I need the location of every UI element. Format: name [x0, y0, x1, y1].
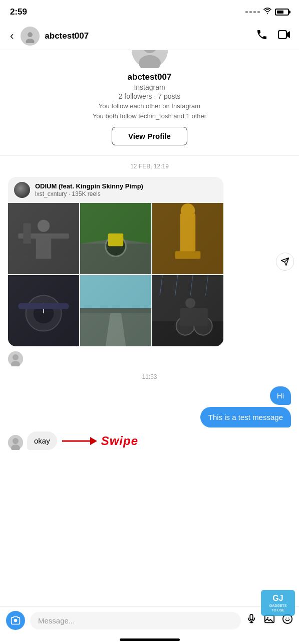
- svg-rect-32: [180, 308, 208, 326]
- header-username[interactable]: abctest007: [45, 31, 256, 41]
- post-info: ODIUM (feat. Kingpin Skinny Pimp) lxst_c…: [35, 182, 217, 198]
- profile-name: abctest007: [128, 72, 172, 82]
- battery-icon: [275, 9, 289, 16]
- post-subtitle: lxst_cxntury · 135K reels: [35, 190, 217, 197]
- status-icons: [245, 8, 289, 17]
- svg-point-51: [267, 617, 268, 618]
- svg-point-39: [13, 354, 19, 360]
- camera-button[interactable]: [6, 611, 25, 630]
- grid-cell-4: [8, 275, 79, 346]
- wifi-icon: [263, 8, 272, 17]
- status-time: 2:59: [10, 7, 27, 17]
- svg-marker-45: [90, 437, 97, 445]
- post-grid: [8, 203, 223, 346]
- message-row-okay: okay: [8, 432, 57, 450]
- profile-avatar-large: [132, 50, 168, 68]
- post-title: ODIUM (feat. Kingpin Skinny Pimp): [35, 182, 217, 191]
- grid-cell-5: [80, 275, 151, 346]
- svg-rect-17: [180, 213, 195, 254]
- swipe-arrow-icon: [62, 435, 97, 447]
- svg-point-1: [28, 32, 33, 37]
- chat-header: ‹ abctest007: [0, 22, 299, 50]
- post-avatar: [14, 182, 30, 198]
- profile-section: abctest007 Instagram 2 followers · 7 pos…: [0, 50, 299, 156]
- message-row-test: This is a test message: [8, 407, 291, 427]
- share-button[interactable]: [276, 253, 294, 271]
- grid-cell-3: [152, 203, 223, 274]
- profile-stats: 2 followers · 7 posts: [119, 92, 181, 100]
- video-icon[interactable]: [278, 29, 291, 43]
- receiver-avatar-post: [8, 351, 23, 366]
- header-avatar: [21, 27, 40, 46]
- watermark: GJ GADGETSTO USE: [261, 590, 295, 616]
- back-button[interactable]: ‹: [8, 28, 16, 45]
- phone-icon[interactable]: [256, 29, 268, 44]
- grid-cell-1: [8, 203, 79, 274]
- view-profile-button[interactable]: View Profile: [112, 127, 187, 145]
- shared-post-row: ODIUM (feat. Kingpin Skinny Pimp) lxst_c…: [8, 174, 291, 349]
- svg-rect-47: [250, 614, 253, 620]
- profile-avatar-crop: [10, 50, 289, 68]
- svg-point-33: [185, 298, 195, 308]
- receiver-avatar-okay: [8, 435, 23, 450]
- svg-point-42: [13, 438, 19, 444]
- header-actions: [256, 29, 291, 44]
- svg-rect-3: [278, 31, 286, 39]
- svg-point-18: [181, 203, 195, 218]
- grid-cell-2: [80, 203, 151, 274]
- status-bar: 2:59: [0, 0, 299, 22]
- svg-rect-15: [108, 234, 123, 246]
- svg-rect-19: [175, 251, 201, 259]
- message-bubble-okay: okay: [27, 432, 57, 450]
- message-bubble-hi: Hi: [270, 386, 291, 405]
- time-separator: 11:53: [8, 366, 291, 384]
- svg-rect-24: [18, 303, 69, 309]
- svg-point-10: [38, 220, 50, 232]
- svg-rect-11: [36, 239, 51, 259]
- svg-rect-27: [80, 308, 151, 313]
- message-input[interactable]: Message...: [30, 612, 241, 629]
- mic-icon[interactable]: [246, 613, 257, 627]
- shared-post-card[interactable]: ODIUM (feat. Kingpin Skinny Pimp) lxst_c…: [8, 177, 223, 346]
- grid-cell-6: [152, 275, 223, 346]
- svg-point-54: [288, 617, 289, 618]
- signal-icon: [245, 11, 260, 13]
- svg-point-53: [285, 617, 286, 618]
- message-bubble-test: This is a test message: [200, 407, 291, 427]
- swipe-label: Swipe: [101, 434, 138, 448]
- shared-post-header: ODIUM (feat. Kingpin Skinny Pimp) lxst_c…: [8, 177, 223, 203]
- svg-rect-25: [80, 275, 151, 311]
- profile-platform: Instagram: [134, 83, 165, 91]
- svg-rect-9: [23, 224, 31, 244]
- message-row-hi: Hi: [8, 386, 291, 405]
- svg-point-46: [14, 619, 18, 622]
- chat-area: 12 FEB, 12:19 ODIUM (feat. Kingpin Skinn…: [0, 156, 299, 530]
- date-separator: 12 FEB, 12:19: [8, 156, 291, 174]
- profile-follow-info: You follow each other on Instagram You b…: [93, 101, 206, 121]
- home-indicator: [120, 638, 180, 641]
